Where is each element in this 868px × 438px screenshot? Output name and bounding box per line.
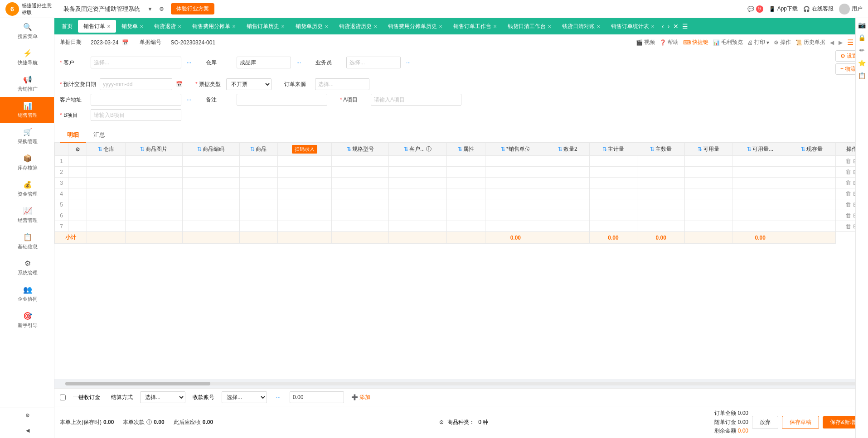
- tab-sales-return[interactable]: 销货退货 ✕: [149, 20, 187, 33]
- discard-btn[interactable]: 放弃: [752, 416, 778, 429]
- row-customer-code[interactable]: [389, 156, 447, 167]
- b-project-input[interactable]: [91, 109, 181, 121]
- sidebar-item-system[interactable]: ⚙ 系统管理: [0, 255, 54, 281]
- sidebar-item-base[interactable]: 📋 基础信息: [0, 228, 54, 255]
- row-main-qty[interactable]: [637, 167, 685, 178]
- row-delete-btn[interactable]: 🗑: [845, 223, 851, 230]
- row-goods[interactable]: [239, 221, 278, 232]
- row-unit[interactable]: [485, 156, 546, 167]
- row-attr[interactable]: [447, 210, 485, 221]
- tab-prev-icon[interactable]: ‹: [660, 23, 666, 30]
- nav-prev-icon[interactable]: ◀: [830, 39, 834, 46]
- row-attr[interactable]: [447, 167, 485, 178]
- row-unit[interactable]: [485, 210, 546, 221]
- calendar-icon[interactable]: 📅: [122, 39, 129, 46]
- sidebar-item-finance[interactable]: 💰 资金管理: [0, 176, 54, 202]
- row-goods[interactable]: [239, 178, 278, 188]
- system-dropdown-icon[interactable]: ▼: [147, 6, 153, 12]
- scrollbar-track[interactable]: [65, 382, 857, 385]
- sidebar-item-marketing[interactable]: 📢 营销推广: [0, 71, 54, 97]
- tab-order-workbench[interactable]: 销售订单工作台 ✕: [448, 20, 502, 33]
- row-goods[interactable]: [239, 188, 278, 199]
- tab-sales-fee[interactable]: 销售费用分摊单 ✕: [187, 20, 241, 33]
- scrollbar[interactable]: [54, 379, 868, 388]
- tab-close-icon[interactable]: ✕: [107, 24, 111, 29]
- row-qty2[interactable]: [546, 210, 589, 221]
- sidebar-item-quick[interactable]: ⚡ 快捷导航: [0, 44, 54, 71]
- save-draft-btn[interactable]: 保存草稿: [782, 416, 819, 429]
- row-goods[interactable]: [239, 199, 278, 210]
- tab-close-icon[interactable]: ✕: [140, 24, 143, 29]
- row-warehouse[interactable]: [87, 178, 126, 188]
- row-qty2[interactable]: [546, 221, 589, 232]
- tab-close-icon[interactable]: ✕: [493, 24, 497, 29]
- tab-close-all-icon[interactable]: ✕: [671, 23, 680, 30]
- row-warehouse[interactable]: [87, 188, 126, 199]
- row-warehouse[interactable]: [87, 167, 126, 178]
- tab-sales-return-history[interactable]: 销货退货历史 ✕: [334, 20, 383, 33]
- sidebar-item-inventory[interactable]: 📦 库存核算: [0, 149, 54, 176]
- view-btn[interactable]: 🎬 视频: [636, 39, 655, 46]
- tab-sales-stat[interactable]: 销售订单统计表 ✕: [606, 20, 660, 33]
- tab-sales[interactable]: 销货单 ✕: [116, 20, 149, 33]
- delivery-input[interactable]: [100, 78, 172, 90]
- row-qty2[interactable]: [546, 167, 589, 178]
- app-download-btn[interactable]: 📱 App下载: [769, 5, 798, 13]
- row-delete-btn[interactable]: 🗑: [845, 201, 851, 208]
- row-spec[interactable]: [332, 156, 389, 167]
- scrollbar-thumb[interactable]: [65, 382, 210, 385]
- nav-next-icon[interactable]: ▶: [839, 39, 843, 46]
- row-code[interactable]: [182, 188, 239, 199]
- account-dots[interactable]: ···: [274, 394, 282, 400]
- row-unit[interactable]: [485, 221, 546, 232]
- tab-close-icon[interactable]: ✕: [651, 24, 655, 29]
- row-spec[interactable]: [332, 199, 389, 210]
- quick-payment-checkbox[interactable]: [60, 395, 66, 400]
- order-source-input[interactable]: [315, 78, 369, 90]
- tab-sales-order-history[interactable]: 销售订单历史 ✕: [241, 20, 290, 33]
- row-attr[interactable]: [447, 188, 485, 199]
- row-unit[interactable]: [485, 188, 546, 199]
- tab-menu-icon[interactable]: ☰: [680, 23, 690, 30]
- shortcut-btn[interactable]: ⌨ 快捷键: [683, 39, 708, 46]
- right-panel-camera[interactable]: 📷: [857, 20, 867, 30]
- row-code[interactable]: [182, 178, 239, 188]
- cal-icon2[interactable]: 📅: [176, 81, 183, 87]
- right-panel-clip[interactable]: 📋: [857, 71, 867, 81]
- payment-method-select[interactable]: 选择...: [140, 391, 185, 403]
- staff-dots[interactable]: ···: [404, 59, 412, 66]
- account-select[interactable]: 选择...: [222, 391, 267, 403]
- scan-btn[interactable]: 扫码录入: [292, 145, 317, 154]
- sidebar-collapse-btn[interactable]: ◀: [0, 423, 54, 438]
- row-code[interactable]: [182, 210, 239, 221]
- grid-view-icon[interactable]: ☰: [847, 38, 853, 47]
- row-spec[interactable]: [332, 188, 389, 199]
- row-delete-btn[interactable]: 🗑: [845, 168, 851, 175]
- row-warehouse[interactable]: [87, 199, 126, 210]
- message-btn[interactable]: 💬 9: [747, 5, 763, 13]
- tab-close-icon[interactable]: ✕: [325, 24, 328, 29]
- row-attr[interactable]: [447, 199, 485, 210]
- amount-input[interactable]: [290, 391, 344, 403]
- add-account-btn[interactable]: ➕ 添加: [351, 394, 370, 401]
- row-customer-code[interactable]: [389, 210, 447, 221]
- row-code[interactable]: [182, 221, 239, 232]
- row-main-qty[interactable]: [637, 188, 685, 199]
- row-attr[interactable]: [447, 178, 485, 188]
- row-warehouse[interactable]: [87, 156, 126, 167]
- row-main-qty[interactable]: [637, 221, 685, 232]
- customer-input[interactable]: [91, 57, 181, 68]
- row-qty2[interactable]: [546, 178, 589, 188]
- sidebar-item-corp[interactable]: 👥 企业协同: [0, 281, 54, 307]
- row-unit[interactable]: [485, 178, 546, 188]
- tab-summary[interactable]: 汇总: [86, 128, 112, 143]
- row-customer-code[interactable]: [389, 178, 447, 188]
- row-spec[interactable]: [332, 167, 389, 178]
- invoice-select[interactable]: 不开票: [226, 78, 272, 90]
- right-panel-star[interactable]: ⭐: [857, 58, 867, 68]
- row-warehouse[interactable]: [87, 221, 126, 232]
- row-unit[interactable]: [485, 167, 546, 178]
- user-btn[interactable]: 用户: [839, 4, 863, 14]
- row-goods[interactable]: [239, 156, 278, 167]
- row-qty2[interactable]: [546, 199, 589, 210]
